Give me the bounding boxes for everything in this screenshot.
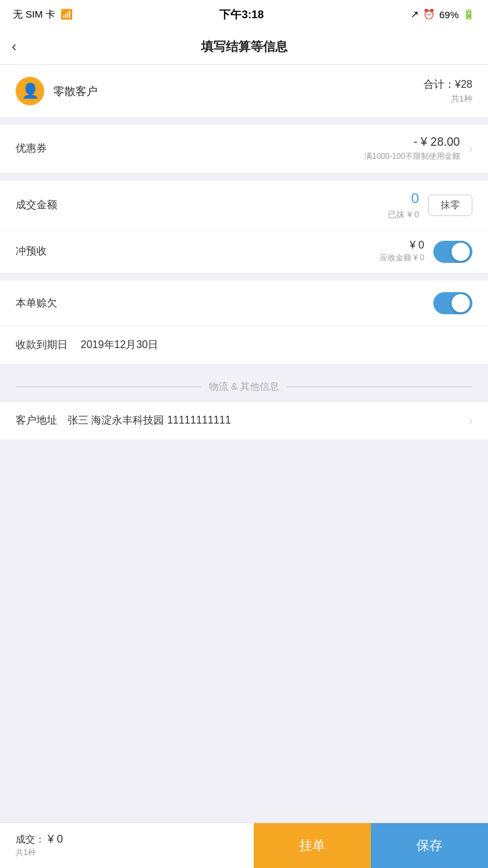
due-date-row: 收款到期日 2019年12月30日 [0, 326, 488, 364]
avatar-icon: 👤 [21, 83, 39, 100]
pre-receive-row: 冲预收 ¥ 0 应收金额 ¥ 0 [0, 230, 488, 273]
pre-receive-amount: ¥ 0 [380, 239, 424, 251]
battery-icon: 🔋 [463, 8, 475, 20]
debt-row: 本单赊欠 [0, 280, 488, 326]
deal-amount-row: 成交金额 0 已抹 ¥ 0 抹零 [0, 181, 488, 230]
debt-toggle-knob [452, 294, 470, 312]
pre-receive-sub: 应收金额 ¥ 0 [380, 252, 424, 264]
bottom-bar: 成交： ¥ 0 共1种 挂单 保存 [0, 822, 488, 868]
due-date-value: 2019年12月30日 [81, 338, 158, 352]
deal-amount-values: 0 已抹 ¥ 0 [388, 190, 419, 221]
spacer [0, 447, 488, 577]
debt-section: 本单赊欠 收款到期日 2019年12月30日 [0, 280, 488, 364]
deal-amount-right: 0 已抹 ¥ 0 抹零 [388, 190, 472, 221]
amount-section: 成交金额 0 已抹 ¥ 0 抹零 冲预收 ¥ 0 应收金额 ¥ 0 [0, 181, 488, 273]
coupon-amount: - ¥ 28.00 [364, 135, 460, 149]
debt-toggle[interactable] [433, 292, 472, 314]
coupon-right: - ¥ 28.00 满1000-100不限制使用金额 › [364, 135, 472, 162]
bottom-deal-row: 成交： ¥ 0 [16, 833, 238, 846]
customer-totals: 合计：¥28 共1种 [424, 78, 472, 105]
customer-left: 👤 零散客户 [16, 77, 98, 105]
status-bar: 无 SIM 卡 📶 下午3:18 ↗ ⏰ 69% 🔋 [0, 0, 488, 29]
logistics-header: 物流 & 其他信息 [0, 372, 488, 402]
status-right: ↗ ⏰ 69% 🔋 [411, 8, 475, 20]
logistics-text: 物流 & 其他信息 [209, 381, 279, 393]
round-zero-button[interactable]: 抹零 [428, 195, 472, 216]
coupon-row[interactable]: 优惠券 - ¥ 28.00 满1000-100不限制使用金额 › [0, 125, 488, 173]
no-sim-text: 无 SIM 卡 [13, 8, 55, 21]
nav-bar: ‹ 填写结算等信息 [0, 29, 488, 65]
bottom-info: 成交： ¥ 0 共1种 [0, 833, 254, 858]
pre-receive-label: 冲预收 [16, 245, 47, 258]
status-left: 无 SIM 卡 📶 [13, 8, 73, 21]
customer-row: 👤 零散客户 合计：¥28 共1种 [0, 65, 488, 117]
deal-amount-value[interactable]: 0 [393, 190, 419, 207]
address-chevron: › [469, 415, 472, 427]
page-title: 填写结算等信息 [201, 38, 288, 55]
wifi-icon: 📶 [61, 8, 73, 20]
customer-section: 👤 零散客户 合计：¥28 共1种 [0, 65, 488, 117]
pre-receive-toggle[interactable] [433, 241, 472, 263]
address-row[interactable]: 客户地址 张三 海淀永丰科技园 11111111111 › [0, 402, 488, 439]
coupon-chevron: › [469, 143, 472, 155]
save-button[interactable]: 保存 [371, 823, 488, 869]
back-button[interactable]: ‹ [12, 38, 16, 55]
toggle-knob [452, 243, 470, 261]
address-label: 客户地址 [16, 414, 57, 427]
total-amount: 合计：¥28 [424, 78, 472, 92]
deal-amount-sub: 已抹 ¥ 0 [388, 209, 419, 221]
address-value: 张三 海淀永丰科技园 11111111111 [68, 414, 469, 427]
customer-avatar: 👤 [16, 77, 44, 105]
alarm-icon: ⏰ [423, 8, 435, 20]
hang-button[interactable]: 挂单 [254, 823, 371, 869]
pre-receive-values: ¥ 0 应收金额 ¥ 0 [380, 239, 424, 264]
deal-amount-label: 成交金额 [16, 198, 57, 212]
pre-receive-right: ¥ 0 应收金额 ¥ 0 [380, 239, 472, 264]
battery-text: 69% [439, 9, 459, 20]
address-section: 客户地址 张三 海淀永丰科技园 11111111111 › [0, 402, 488, 439]
logistics-line-left [16, 387, 201, 387]
total-count: 共1种 [424, 93, 472, 105]
status-time: 下午3:18 [219, 7, 264, 22]
coupon-sub: 满1000-100不限制使用金额 [364, 151, 460, 162]
bottom-count: 共1种 [16, 847, 238, 858]
debt-label: 本单赊欠 [16, 297, 57, 310]
logistics-line-right [287, 387, 472, 387]
bottom-deal-amount: ¥ 0 [47, 833, 63, 845]
bottom-deal-label: 成交： [16, 834, 45, 845]
content: 👤 零散客户 合计：¥28 共1种 优惠券 - ¥ 28.00 满1000-10… [0, 65, 488, 629]
direction-icon: ↗ [411, 8, 419, 20]
coupon-label: 优惠券 [16, 142, 47, 156]
due-date-label: 收款到期日 [16, 338, 68, 352]
customer-name: 零散客户 [53, 84, 98, 99]
coupon-values: - ¥ 28.00 满1000-100不限制使用金额 [364, 135, 460, 162]
coupon-section: 优惠券 - ¥ 28.00 满1000-100不限制使用金额 › [0, 125, 488, 173]
